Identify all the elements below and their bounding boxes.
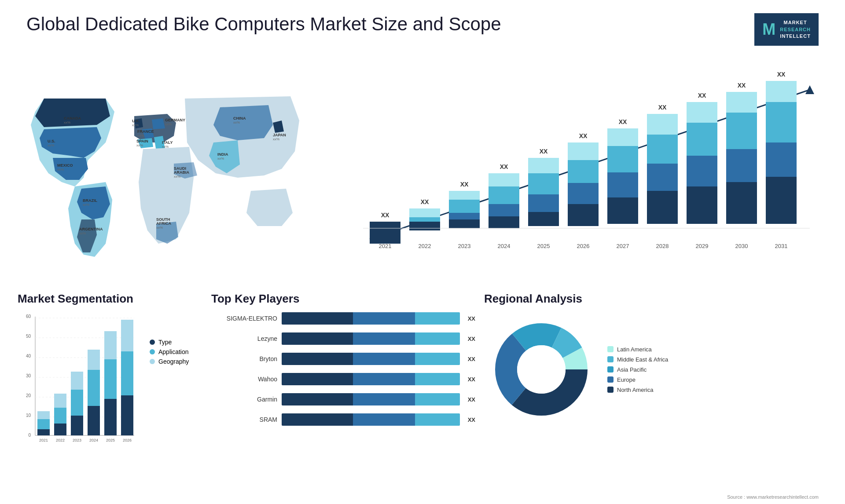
year-2021: 2021 <box>379 243 392 249</box>
bar-2028-s4 <box>647 114 678 138</box>
player-bars-sigma <box>282 312 460 325</box>
donut-center <box>517 345 566 394</box>
svg-rect-23 <box>71 416 83 435</box>
year-2025: 2025 <box>537 243 550 249</box>
segmentation-legend: Type Application Geography <box>150 339 189 368</box>
player-name-bryton: Bryton <box>211 355 277 362</box>
logo-line2: RESEARCH <box>780 26 811 33</box>
us-label: U.S. <box>48 139 55 143</box>
bar-2025-s2 <box>528 194 559 214</box>
year-2029: 2029 <box>696 243 709 249</box>
world-map-svg: CANADA xx% U.S. xx% MEXICO xx% BRAZIL xx… <box>18 55 317 266</box>
segmentation-chart: 0 10 20 30 40 50 60 <box>18 312 141 453</box>
year-2027: 2027 <box>617 243 629 249</box>
player-xx-sigma: XX <box>468 315 475 322</box>
bar-2021-label: XX <box>381 212 389 219</box>
legend-latin-label: Latin America <box>617 346 652 353</box>
saudi-val: xx% <box>174 175 180 179</box>
bryton-bar-2 <box>353 353 415 365</box>
bottom-section: Market Segmentation 0 10 20 30 40 50 60 <box>0 283 845 494</box>
france-label: FRANCE <box>137 129 154 134</box>
legend-asia-dot <box>607 366 614 373</box>
trend-arrow <box>805 85 814 94</box>
player-bars-bryton <box>282 353 460 365</box>
logo-letter: M <box>762 18 775 40</box>
legend-geo-label: Geography <box>158 358 189 365</box>
brazil-val: xx% <box>83 203 89 207</box>
legend-type-dot <box>150 340 155 345</box>
bar-2022-s1 <box>409 222 440 230</box>
svg-rect-32 <box>104 359 117 399</box>
svg-text:30: 30 <box>26 373 31 378</box>
donut-chart-svg <box>484 312 599 427</box>
source-text: Source : www.marketresearchintellect.com <box>0 494 845 504</box>
map-container: CANADA xx% U.S. xx% MEXICO xx% BRAZIL xx… <box>18 55 317 266</box>
bar-2024-label: XX <box>500 163 508 170</box>
bar-2021-s1 <box>370 222 400 244</box>
legend-europe-dot <box>607 376 614 383</box>
growth-chart-section: XX 2021 XX 2022 XX 2023 XX 2024 <box>326 55 836 283</box>
svg-rect-17 <box>37 411 50 419</box>
sigma-bar-1 <box>282 312 353 325</box>
player-bars-wahoo <box>282 373 460 385</box>
legend-europe: Europe <box>607 376 668 383</box>
svg-rect-25 <box>71 372 83 390</box>
canada-label: CANADA <box>64 116 81 121</box>
player-xx-garmin: XX <box>468 396 475 403</box>
key-players-section: Top Key Players SIGMA-ELEKTRO XX Lezyne <box>211 292 475 486</box>
india-label: INDIA <box>217 152 228 157</box>
player-name-sram: SRAM <box>211 416 277 423</box>
lezyne-bar-1 <box>282 332 353 345</box>
bar-2029-label: XX <box>698 92 706 99</box>
player-row-bryton: Bryton XX <box>211 353 475 365</box>
germany-val: xx% <box>165 122 172 126</box>
legend-geo-dot <box>150 359 155 364</box>
brazil-label: BRAZIL <box>83 198 97 203</box>
lezyne-bar-2 <box>353 332 415 345</box>
bar-2023-s1 <box>449 219 480 228</box>
year-2022: 2022 <box>419 243 431 249</box>
legend-application: Application <box>150 348 189 355</box>
svg-text:50: 50 <box>26 334 31 339</box>
bar-2026-label: XX <box>579 132 588 139</box>
china-shape <box>213 105 273 140</box>
italy-label: ITALY <box>162 140 173 145</box>
player-row-garmin: Garmin XX <box>211 393 475 405</box>
player-row-sigma: SIGMA-ELEKTRO XX <box>211 312 475 325</box>
player-row-lezyne: Lezyne XX <box>211 332 475 345</box>
svg-text:2025: 2025 <box>106 438 115 442</box>
svg-rect-27 <box>88 406 100 435</box>
uk-val: xx% <box>132 123 139 127</box>
canada-shape <box>35 99 110 127</box>
spain-label: SPAIN <box>136 139 148 143</box>
legend-na-label: North America <box>617 387 653 393</box>
donut-container: Latin America Middle East & Africa Asia … <box>484 312 704 427</box>
year-2031: 2031 <box>775 243 788 249</box>
header: Global Dedicated Bike Computers Market S… <box>0 0 845 55</box>
bar-2029-s3 <box>687 123 717 161</box>
bar-2030-label: XX <box>738 82 746 89</box>
svg-rect-28 <box>88 370 100 406</box>
player-name-sigma: SIGMA-ELEKTRO <box>211 315 277 322</box>
legend-na-dot <box>607 387 614 393</box>
australia-shape <box>246 189 293 226</box>
us-val: xx% <box>48 143 54 147</box>
player-xx-wahoo: XX <box>468 376 475 383</box>
year-2024: 2024 <box>498 243 511 249</box>
uk-label: U.K. <box>132 119 140 123</box>
logo-box: M MARKET RESEARCH INTELLECT <box>754 13 819 46</box>
italy-val: xx% <box>162 145 169 149</box>
saudi-label2: ARABIA <box>174 170 189 175</box>
legend-geography: Geography <box>150 358 189 365</box>
player-name-garmin: Garmin <box>211 396 277 403</box>
sigma-bar-2 <box>353 312 415 325</box>
segmentation-title: Market Segmentation <box>18 292 202 306</box>
legend-me-label: Middle East & Africa <box>617 356 668 363</box>
bar-2027-label: XX <box>619 118 627 125</box>
svg-rect-20 <box>54 408 66 424</box>
svg-rect-31 <box>104 399 117 435</box>
svg-rect-37 <box>121 320 133 351</box>
garmin-bar-1 <box>282 393 353 405</box>
svg-rect-33 <box>104 331 117 359</box>
player-row-wahoo: Wahoo XX <box>211 373 475 385</box>
